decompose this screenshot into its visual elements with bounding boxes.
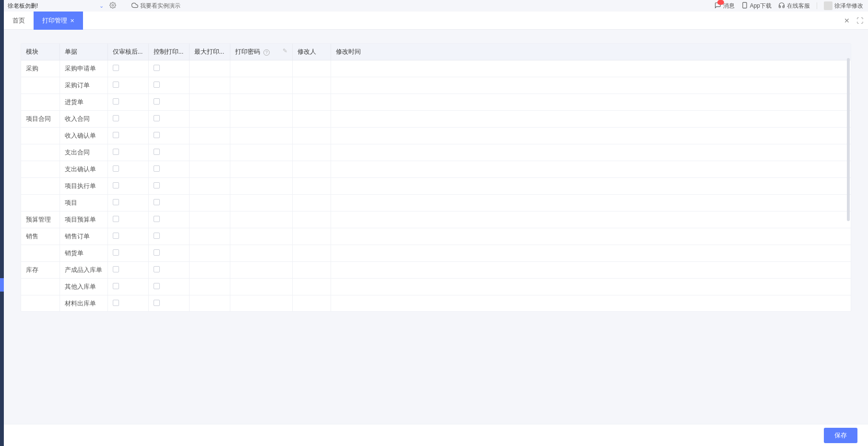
cell-control-print bbox=[148, 77, 189, 94]
cell-modifier bbox=[292, 195, 331, 211]
cell-max-print bbox=[189, 128, 230, 144]
tab-home[interactable]: 首页 bbox=[4, 12, 34, 30]
cell-document: 采购订单 bbox=[59, 77, 107, 94]
user-menu[interactable]: 徐泽华修改 bbox=[824, 1, 863, 10]
checkbox[interactable] bbox=[154, 65, 160, 71]
checkbox[interactable] bbox=[154, 132, 160, 138]
checkbox[interactable] bbox=[113, 115, 119, 121]
checkbox[interactable] bbox=[154, 165, 160, 172]
checkbox[interactable] bbox=[154, 98, 160, 105]
cell-modifier bbox=[292, 295, 331, 312]
checkbox[interactable] bbox=[113, 132, 119, 138]
th-after-audit: 仅审核后... bbox=[107, 44, 148, 60]
cell-control-print bbox=[148, 279, 189, 295]
svg-rect-1 bbox=[743, 2, 747, 8]
cell-modify-time bbox=[331, 60, 851, 77]
checkbox[interactable] bbox=[154, 249, 160, 256]
cell-after-audit bbox=[107, 128, 148, 144]
org-name: 徐老板勿删! bbox=[8, 2, 96, 10]
th-control-print: 控制打印... bbox=[148, 44, 189, 60]
scrollbar-thumb[interactable] bbox=[847, 58, 850, 221]
table-row: 采购订单 bbox=[21, 77, 851, 94]
cell-modifier bbox=[292, 262, 331, 279]
cell-document: 产成品入库单 bbox=[59, 262, 107, 279]
cell-module bbox=[21, 161, 59, 178]
checkbox[interactable] bbox=[154, 82, 160, 88]
demo-link-label: 我要看实例演示 bbox=[140, 2, 180, 10]
checkbox[interactable] bbox=[113, 182, 119, 188]
cell-modifier bbox=[292, 228, 331, 245]
app-download-link[interactable]: App下载 bbox=[741, 2, 772, 10]
save-button[interactable]: 保存 bbox=[824, 428, 857, 443]
cell-after-audit bbox=[107, 144, 148, 161]
close-all-icon[interactable]: ✕ bbox=[844, 17, 850, 24]
checkbox[interactable] bbox=[154, 149, 160, 155]
cell-document: 项目执行单 bbox=[59, 178, 107, 195]
cell-after-audit bbox=[107, 211, 148, 228]
tabs-bar: 首页 打印管理 ✕ ✕ ⛶ bbox=[4, 12, 868, 30]
online-service-label: 在线客服 bbox=[787, 2, 810, 10]
cell-after-audit bbox=[107, 60, 148, 77]
cell-module: 采购 bbox=[21, 60, 59, 77]
cell-max-print bbox=[189, 279, 230, 295]
user-name: 徐泽华修改 bbox=[834, 2, 863, 10]
cell-module bbox=[21, 128, 59, 144]
cell-modify-time bbox=[331, 178, 851, 195]
checkbox[interactable] bbox=[113, 82, 119, 88]
cell-control-print bbox=[148, 295, 189, 312]
cell-modify-time bbox=[331, 245, 851, 262]
help-icon[interactable]: ? bbox=[263, 49, 270, 56]
fullscreen-icon[interactable]: ⛶ bbox=[856, 17, 863, 24]
checkbox[interactable] bbox=[113, 98, 119, 105]
separator bbox=[817, 2, 817, 9]
demo-link[interactable]: 我要看实例演示 bbox=[131, 2, 180, 10]
checkbox[interactable] bbox=[154, 115, 160, 121]
avatar bbox=[824, 1, 832, 10]
checkbox[interactable] bbox=[154, 199, 160, 205]
checkbox[interactable] bbox=[113, 300, 119, 306]
messages-link[interactable]: 消息 bbox=[714, 2, 735, 10]
checkbox[interactable] bbox=[113, 199, 119, 205]
svg-point-0 bbox=[112, 4, 114, 6]
checkbox[interactable] bbox=[113, 283, 119, 289]
cell-control-print bbox=[148, 178, 189, 195]
chevron-down-icon: ⌄ bbox=[99, 3, 104, 9]
checkbox[interactable] bbox=[113, 249, 119, 256]
cell-max-print bbox=[189, 161, 230, 178]
checkbox[interactable] bbox=[154, 233, 160, 239]
checkbox[interactable] bbox=[154, 216, 160, 222]
cell-print-password bbox=[230, 228, 292, 245]
tab-print-manage[interactable]: 打印管理 ✕ bbox=[34, 12, 83, 30]
checkbox[interactable] bbox=[113, 149, 119, 155]
cell-control-print bbox=[148, 245, 189, 262]
org-selector[interactable]: 徐老板勿删! ⌄ bbox=[8, 2, 104, 10]
cell-modify-time bbox=[331, 77, 851, 94]
checkbox[interactable] bbox=[113, 65, 119, 71]
table-row: 支出合同 bbox=[21, 144, 851, 161]
close-icon[interactable]: ✕ bbox=[70, 12, 74, 30]
cell-modifier bbox=[292, 77, 331, 94]
checkbox[interactable] bbox=[113, 165, 119, 172]
cell-document: 采购申请单 bbox=[59, 60, 107, 77]
gear-icon[interactable] bbox=[109, 2, 116, 10]
checkbox[interactable] bbox=[154, 283, 160, 289]
online-service-link[interactable]: 在线客服 bbox=[778, 2, 810, 10]
cell-print-password bbox=[230, 295, 292, 312]
cell-module: 项目合同 bbox=[21, 111, 59, 128]
checkbox[interactable] bbox=[154, 266, 160, 272]
cell-after-audit bbox=[107, 178, 148, 195]
checkbox[interactable] bbox=[113, 216, 119, 222]
cell-after-audit bbox=[107, 161, 148, 178]
edit-icon[interactable]: ✎ bbox=[283, 47, 287, 54]
table-row: 材料出库单 bbox=[21, 295, 851, 312]
checkbox[interactable] bbox=[154, 300, 160, 306]
left-rail bbox=[0, 0, 4, 446]
table-row: 支出确认单 bbox=[21, 161, 851, 178]
cell-print-password bbox=[230, 94, 292, 111]
table-row: 库存产成品入库单 bbox=[21, 262, 851, 279]
cell-print-password bbox=[230, 60, 292, 77]
cell-document: 支出确认单 bbox=[59, 161, 107, 178]
checkbox[interactable] bbox=[113, 266, 119, 272]
checkbox[interactable] bbox=[113, 233, 119, 239]
checkbox[interactable] bbox=[154, 182, 160, 188]
